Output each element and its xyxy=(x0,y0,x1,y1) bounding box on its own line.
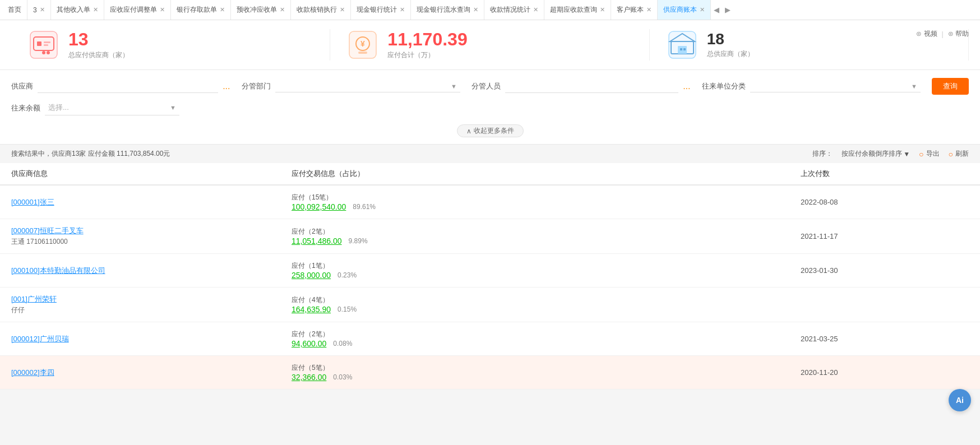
nav-arrow-left[interactable]: ◀ xyxy=(711,0,722,20)
svg-text:¥: ¥ xyxy=(360,39,365,48)
svg-rect-4 xyxy=(44,44,48,46)
collapse-button[interactable]: ∧ 收起更多条件 xyxy=(457,124,524,137)
close-cash-flow[interactable]: ✕ xyxy=(473,6,478,13)
tx-pct-4: 0.08% xyxy=(333,340,352,347)
balance-arrow: ▼ xyxy=(170,104,176,111)
export-icon: ○ xyxy=(919,150,923,159)
lastpay-cell-2: 2023-01-30 xyxy=(801,266,969,275)
nav-tab-overdue[interactable]: 超期应收款查询 ✕ xyxy=(544,0,611,20)
close-collection[interactable]: ✕ xyxy=(340,6,345,13)
close-customer-ledger[interactable]: ✕ xyxy=(646,6,651,13)
result-bar: 搜索结果中，供应商13家 应付金额 111,703,854.00元 排序： 按应… xyxy=(0,145,980,163)
close-overdue[interactable]: ✕ xyxy=(600,6,605,13)
close-adjustment[interactable]: ✕ xyxy=(160,6,165,13)
col-header-transaction: 应付交易信息（占比） xyxy=(292,169,801,179)
close-cash-stat[interactable]: ✕ xyxy=(400,6,405,13)
top-nav: 首页 3 ✕ 其他收入单 ✕ 应收应付调整单 ✕ 银行存取款单 ✕ 预收冲应收单… xyxy=(0,0,980,20)
nav-tab-collection-stat[interactable]: 收款情况统计 ✕ xyxy=(484,0,544,20)
refresh-icon: ○ xyxy=(949,150,953,159)
svg-rect-10 xyxy=(358,52,367,54)
transaction-cell-4: 应付（2笔） 94,600.00 0.08% xyxy=(292,330,801,348)
transaction-cell-2: 应付（1笔） 258,000.00 0.23% xyxy=(292,261,801,280)
table-row: [000002]李四 应付（5笔） 32,366.00 0.03% 2020-1… xyxy=(0,356,980,390)
supplier-link-5[interactable]: [000002]李四 xyxy=(11,368,292,378)
department-select[interactable]: ▼ xyxy=(275,81,461,92)
supplier-link-1[interactable]: [000007]恒旺二手叉车 xyxy=(11,226,292,236)
supplier-sub-3: 仔仔 xyxy=(11,305,292,315)
nav-tab-3[interactable]: 3 ✕ xyxy=(27,0,51,20)
close-bank-deposit[interactable]: ✕ xyxy=(220,6,225,13)
balance-value: 选择... xyxy=(48,103,69,113)
unit-label: 往来单位分类 xyxy=(702,81,746,91)
stat-number-2: 11,170.39 xyxy=(387,30,467,49)
sort-select[interactable]: 按应付余额倒序排序 ▼ xyxy=(842,149,910,159)
nav-tab-cash-flow[interactable]: 现金银行流水查询 ✕ xyxy=(411,0,484,20)
balance-select[interactable]: 选择... ▼ xyxy=(45,100,179,115)
nav-tab-cash-stat[interactable]: 现金银行统计 ✕ xyxy=(351,0,411,20)
supplier-link-2[interactable]: [000100]本特勤油品有限公司 xyxy=(11,266,292,276)
person-label: 分管人员 xyxy=(471,81,501,91)
svg-point-5 xyxy=(42,51,45,54)
close-supplier-ledger[interactable]: ✕ xyxy=(700,6,705,13)
col-header-lastpay: 上次付数 xyxy=(801,169,969,179)
nav-tab-supplier-ledger[interactable]: 供应商账本 ✕ xyxy=(658,0,711,20)
export-label: 导出 xyxy=(926,149,940,159)
tx-amount-2[interactable]: 258,000.00 xyxy=(292,271,331,280)
unit-select[interactable]: ▼ xyxy=(750,81,921,92)
transaction-cell-3: 应付（4笔） 164,635.90 0.15% xyxy=(292,295,801,314)
nav-arrow-right[interactable]: ▶ xyxy=(722,0,733,20)
close-collection-stat[interactable]: ✕ xyxy=(533,6,538,13)
stat-label-2: 应付合计（万） xyxy=(387,50,467,60)
tx-amount-1[interactable]: 11,051,486.00 xyxy=(292,237,342,245)
table-row: [001]广州荣轩 仔仔 应付（4笔） 164,635.90 0.15% xyxy=(0,288,980,322)
person-input[interactable] xyxy=(505,80,678,93)
stat-block-payable: ¥ 11,170.39 应付合计（万） xyxy=(330,29,649,61)
nav-tab-other-income[interactable]: 其他收入单 ✕ xyxy=(51,0,104,20)
tx-label-1: 应付（2笔） xyxy=(292,227,801,237)
close-tab-3[interactable]: ✕ xyxy=(40,6,45,13)
result-info: 搜索结果中，供应商13家 应付金额 111,703,854.00元 xyxy=(11,149,170,159)
search-field-supplier: 供应商 ... xyxy=(11,80,230,93)
nav-tab-collection[interactable]: 收款核销执行 ✕ xyxy=(291,0,351,20)
col-header-supplier: 供应商信息 xyxy=(11,169,292,179)
stat-label-3: 总供应商（家） xyxy=(707,49,754,59)
refresh-button[interactable]: ○ 刷新 xyxy=(949,149,969,159)
tx-amount-4[interactable]: 94,600.00 xyxy=(292,339,326,348)
nav-tab-customer-ledger[interactable]: 客户账本 ✕ xyxy=(611,0,658,20)
nav-tab-adjustment[interactable]: 应收应付调整单 ✕ xyxy=(104,0,171,20)
tx-amount-3[interactable]: 164,635.90 xyxy=(292,305,331,314)
close-advance[interactable]: ✕ xyxy=(280,6,285,13)
supplier-input[interactable] xyxy=(38,80,218,93)
unit-arrow: ▼ xyxy=(911,83,917,90)
person-dots[interactable]: ... xyxy=(683,81,690,91)
query-button[interactable]: 查询 xyxy=(932,78,969,95)
help-link[interactable]: ⊙ 帮助 xyxy=(948,29,969,39)
search-row-1: 供应商 ... 分管部门 ▼ 分管人员 ... 往来单位分类 ▼ 查询 xyxy=(11,78,969,95)
nav-tab-bank-deposit[interactable]: 银行存取款单 ✕ xyxy=(171,0,231,20)
tx-amount-5[interactable]: 32,366.00 xyxy=(292,373,326,382)
search-row-2: 往来余额 选择... ▼ xyxy=(11,100,969,115)
stat-number-3: 18 xyxy=(707,31,754,48)
supplier-link-4[interactable]: [000012]广州贝瑞 xyxy=(11,334,292,344)
search-area: 供应商 ... 分管部门 ▼ 分管人员 ... 往来单位分类 ▼ 查询 xyxy=(0,70,980,145)
tx-amount-0[interactable]: 100,092,540.00 xyxy=(292,202,346,211)
tx-label-3: 应付（4笔） xyxy=(292,295,801,305)
table-row: [000007]恒旺二手叉车 王通 17106110000 应付（2笔） 11,… xyxy=(0,219,980,254)
supplier-dots[interactable]: ... xyxy=(223,81,230,91)
supplier-link-0[interactable]: [000001]张三 xyxy=(11,197,292,207)
supplier-cell-4: [000012]广州贝瑞 xyxy=(11,334,292,344)
close-other-income[interactable]: ✕ xyxy=(93,6,98,13)
link-separator: | xyxy=(942,30,944,38)
supplier-icon xyxy=(28,29,59,61)
tx-label-0: 应付（15笔） xyxy=(292,193,801,202)
supplier-link-3[interactable]: [001]广州荣轩 xyxy=(11,294,292,304)
video-link[interactable]: ⊙ 视频 xyxy=(916,29,937,39)
supplier-cell-0: [000001]张三 xyxy=(11,197,292,207)
search-field-balance: 往来余额 选择... ▼ xyxy=(11,100,179,115)
tx-label-2: 应付（1笔） xyxy=(292,261,801,271)
nav-tab-home[interactable]: 首页 xyxy=(2,0,27,20)
export-button[interactable]: ○ 导出 xyxy=(919,149,939,159)
store-icon xyxy=(667,29,698,61)
stats-header: 13 总应付供应商（家） ¥ 11,170.39 应付合计（万） xyxy=(0,20,980,70)
nav-tab-advance[interactable]: 预收冲应收单 ✕ xyxy=(231,0,291,20)
